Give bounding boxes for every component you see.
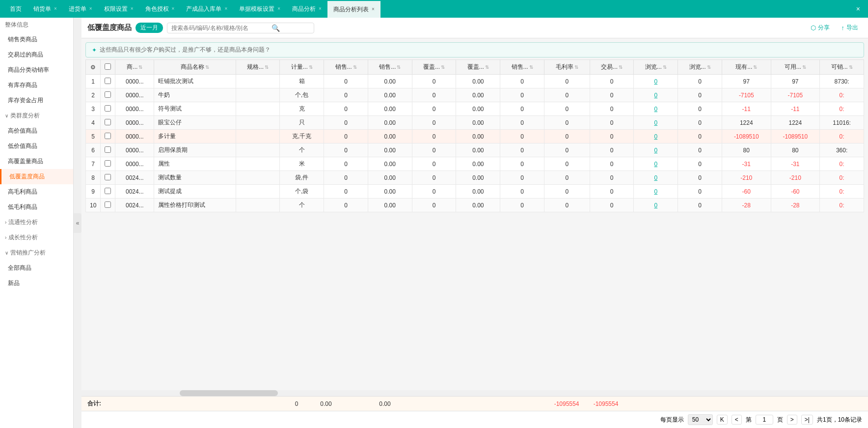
next-page-btn[interactable]: > — [787, 415, 797, 425]
nav-permission[interactable]: 权限设置 × — [98, 0, 139, 18]
nav-role-auth[interactable]: 角色授权 × — [139, 0, 181, 18]
row-saleable: 0: — [820, 157, 864, 171]
time-filter-btn[interactable]: 近一月 — [136, 23, 163, 33]
page-size-select[interactable]: 50 100 200 — [688, 414, 713, 425]
row-checkbox[interactable] — [101, 199, 115, 212]
row-unit: 袋,件 — [280, 171, 324, 185]
col-browse1: 浏览...⇅ — [634, 60, 678, 75]
sidebar-item-high-coverage[interactable]: 高覆盖量商品 — [0, 154, 73, 169]
select-all-checkbox[interactable] — [105, 63, 111, 70]
row-code: 0000... — [115, 157, 154, 171]
sidebar-section-overall[interactable]: 整体信息 — [0, 18, 73, 32]
sidebar-collapse-btn[interactable]: « — [74, 213, 81, 233]
sidebar-item-in-stock[interactable]: 有库存商品 — [0, 78, 73, 93]
sidebar-item-new-goods[interactable]: 新品 — [0, 276, 73, 291]
sidebar-item-sales-goods[interactable]: 销售类商品 — [0, 32, 73, 47]
nav-close-analysis[interactable]: × — [319, 0, 322, 18]
row-sales1: 0 — [324, 75, 368, 88]
sidebar-item-high-value[interactable]: 高价值商品 — [0, 123, 73, 139]
nav-purchase-order[interactable]: 进货单 × — [63, 0, 98, 18]
row-name[interactable]: 多计量 — [154, 130, 236, 143]
sidebar-item-high-profit[interactable]: 高毛利商品 — [0, 184, 73, 200]
row-checkbox[interactable] — [101, 88, 115, 102]
col-gross-margin: 毛利率⇅ — [544, 60, 590, 75]
sidebar-item-traded-goods[interactable]: 交易过的商品 — [0, 47, 73, 62]
row-checkbox[interactable] — [101, 116, 115, 130]
sidebar-item-low-coverage[interactable]: 低覆盖度商品 — [0, 169, 73, 184]
nav-close-template[interactable]: × — [277, 0, 280, 18]
export-button[interactable]: ↑ 导出 — [838, 22, 863, 34]
row-name[interactable]: 属性 — [154, 157, 236, 171]
row-browse1[interactable]: 0 — [634, 75, 678, 88]
row-checkbox[interactable] — [101, 102, 115, 116]
first-page-btn[interactable]: K — [717, 415, 728, 425]
row-checkbox[interactable] — [101, 157, 115, 171]
nav-home[interactable]: 首页 — [4, 0, 27, 18]
row-saleable: 0: — [820, 199, 864, 212]
row-sales3: 0 — [500, 185, 544, 199]
row-no: 2 — [86, 88, 101, 102]
nav-template-settings[interactable]: 单据模板设置 × — [233, 0, 286, 18]
table-container[interactable]: ⚙ 商...⇅ 商品名称⇅ 规格...⇅ 计量...⇅ 销售...⇅ 销售...… — [81, 59, 868, 390]
row-transaction: 0 — [590, 199, 634, 212]
row-browse1[interactable]: 0 — [634, 88, 678, 102]
page-label-before: 第 — [746, 416, 752, 424]
page-number-input[interactable] — [756, 415, 773, 425]
row-browse1[interactable]: 0 — [634, 130, 678, 143]
nav-close-sales[interactable]: × — [54, 0, 57, 18]
sidebar-section-group-analysis[interactable]: ∨ 类群度分析 — [0, 108, 73, 123]
col-settings[interactable]: ⚙ — [86, 60, 101, 75]
row-checkbox[interactable] — [101, 171, 115, 185]
share-button[interactable]: ⬡ 分享 — [807, 22, 834, 34]
nav-close-role[interactable]: × — [172, 0, 175, 18]
row-current: -11 — [722, 102, 771, 116]
prev-page-btn[interactable]: < — [732, 415, 742, 425]
row-name[interactable]: 符号测试 — [154, 102, 236, 116]
row-name[interactable]: 旺铺批次测试 — [154, 75, 236, 88]
sidebar-item-all-goods[interactable]: 全部商品 — [0, 260, 73, 276]
nav-close-purchase[interactable]: × — [89, 0, 92, 18]
nav-sales-order[interactable]: 销货单 × — [27, 0, 63, 18]
sidebar-item-category-rate[interactable]: 商品分类动销率 — [0, 62, 73, 78]
sidebar-item-low-profit[interactable]: 低毛利商品 — [0, 200, 73, 215]
search-icon[interactable]: 🔍 — [271, 24, 280, 32]
sidebar-section-marketing[interactable]: ∨ 营销推广分析 — [0, 245, 73, 260]
row-browse1[interactable]: 0 — [634, 116, 678, 130]
row-browse1[interactable]: 0 — [634, 171, 678, 185]
row-name[interactable]: 眼宝公仔 — [154, 116, 236, 130]
col-checkbox-header[interactable] — [101, 60, 115, 75]
row-checkbox[interactable] — [101, 185, 115, 199]
data-table: ⚙ 商...⇅ 商品名称⇅ 规格...⇅ 计量...⇅ 销售...⇅ 销售...… — [85, 59, 864, 212]
nav-close-analysis-list[interactable]: × — [372, 0, 375, 18]
sidebar-section-flow[interactable]: › 流通性分析 — [0, 215, 73, 230]
row-name[interactable]: 测试数量 — [154, 171, 236, 185]
search-input[interactable] — [171, 25, 270, 31]
row-transaction: 0 — [590, 185, 634, 199]
sidebar-section-growth[interactable]: › 成长性分析 — [0, 230, 73, 245]
row-name[interactable]: 牛奶 — [154, 88, 236, 102]
row-sales1: 0 — [324, 171, 368, 185]
row-name[interactable]: 启用保质期 — [154, 143, 236, 157]
nav-analysis-list[interactable]: 商品分析列表 × — [327, 0, 380, 18]
row-browse1[interactable]: 0 — [634, 199, 678, 212]
nav-product-analysis[interactable]: 商品分析 × — [286, 0, 327, 18]
row-sales3: 0 — [500, 75, 544, 88]
row-checkbox[interactable] — [101, 130, 115, 143]
row-name[interactable]: 测试提成 — [154, 185, 236, 199]
sidebar-item-low-value[interactable]: 低价值商品 — [0, 139, 73, 154]
col-available: 可用...⇅ — [771, 60, 820, 75]
scrollbar-horizontal[interactable] — [81, 390, 868, 396]
nav-product-inbound[interactable]: 产成品入库单 × — [180, 0, 233, 18]
row-browse1[interactable]: 0 — [634, 185, 678, 199]
nav-close-product[interactable]: × — [224, 0, 227, 18]
nav-close-all[interactable]: × — [852, 5, 864, 13]
nav-close-permission[interactable]: × — [131, 0, 134, 18]
last-page-btn[interactable]: >| — [801, 415, 813, 425]
row-name[interactable]: 属性价格打印测试 — [154, 199, 236, 212]
sidebar-item-stock-capital[interactable]: 库存资金占用 — [0, 93, 73, 108]
row-checkbox[interactable] — [101, 75, 115, 88]
row-browse1[interactable]: 0 — [634, 157, 678, 171]
row-browse1[interactable]: 0 — [634, 143, 678, 157]
row-browse1[interactable]: 0 — [634, 102, 678, 116]
row-checkbox[interactable] — [101, 143, 115, 157]
